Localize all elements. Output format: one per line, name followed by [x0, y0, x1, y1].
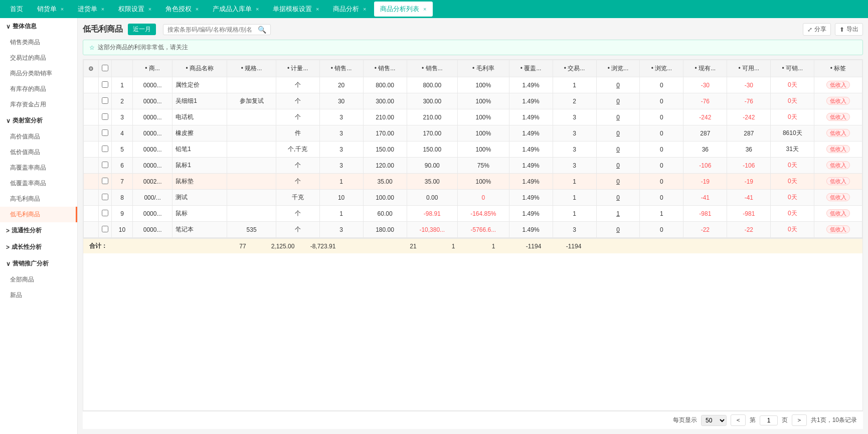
sidebar-item-low-coverage[interactable]: 低覆盖率商品	[0, 176, 77, 191]
row-spec: 535	[227, 222, 276, 238]
col-name[interactable]: • 商品名称	[172, 60, 227, 77]
col-unit[interactable]: • 计量...	[276, 60, 319, 77]
row-checkbox[interactable]	[102, 178, 108, 184]
search-box[interactable]: 🔍	[163, 24, 271, 35]
search-input[interactable]	[167, 26, 258, 33]
row-browse1[interactable]: 0	[596, 190, 640, 206]
close-template-icon[interactable]: ×	[316, 6, 319, 12]
row-gross-margin: 100%	[458, 109, 509, 125]
sidebar-item-traded[interactable]: 交易过的商品	[0, 50, 77, 66]
sidebar-item-new-products[interactable]: 新品	[0, 287, 77, 303]
checkbox-cell[interactable]	[99, 222, 112, 238]
sidebar-item-low-value[interactable]: 低价值商品	[0, 144, 77, 160]
row-browse1[interactable]: 0	[596, 125, 640, 141]
checkbox-cell[interactable]	[99, 158, 112, 174]
col-trade[interactable]: • 交易...	[553, 60, 596, 77]
sidebar-group-marketing[interactable]: ∨ 营销推广分析	[0, 255, 77, 272]
nav-product-entry[interactable]: 产成品入库单 ×	[207, 2, 265, 17]
col-available[interactable]: • 可用...	[727, 60, 771, 77]
col-current[interactable]: • 现有...	[683, 60, 727, 77]
row-checkbox[interactable]	[102, 226, 108, 232]
sidebar-item-category-rate[interactable]: 商品分类助销率	[0, 66, 77, 81]
col-sales-amount[interactable]: • 销售...	[363, 60, 407, 77]
close-roles-icon[interactable]: ×	[196, 6, 199, 12]
nav-analysis-list[interactable]: 商品分析列表 ×	[374, 2, 432, 17]
nav-permissions[interactable]: 权限设置 ×	[112, 2, 157, 17]
col-code[interactable]: • 商...	[133, 60, 172, 77]
nav-sales[interactable]: 销货单 ×	[31, 2, 70, 17]
row-checkbox[interactable]	[102, 162, 108, 168]
row-browse1[interactable]: 0	[596, 141, 640, 158]
row-checkbox[interactable]	[102, 81, 108, 88]
checkbox-cell[interactable]	[99, 77, 112, 93]
row-browse1[interactable]: 0	[596, 222, 640, 238]
row-browse1[interactable]: 0	[596, 77, 640, 93]
settings-header[interactable]: ⚙	[84, 60, 99, 77]
checkbox-cell[interactable]	[99, 125, 112, 141]
col-browse2[interactable]: • 浏览...	[640, 60, 683, 77]
export-button[interactable]: ⬆ 导出	[835, 23, 863, 36]
table-row: 5 0000... 铅笔1 个,千克 3 150.00 150.00 100% …	[84, 141, 862, 158]
sidebar-item-stock-capital[interactable]: 库存资金占用	[0, 97, 77, 112]
sidebar-group-class[interactable]: ∨ 类射室分析	[0, 112, 77, 129]
nav-home[interactable]: 首页	[4, 2, 29, 17]
sidebar-group-overall[interactable]: ∨ 整体信息	[0, 18, 77, 35]
nav-roles[interactable]: 角色授权 ×	[159, 2, 205, 17]
select-all-checkbox[interactable]	[102, 65, 108, 71]
col-browse1[interactable]: • 浏览...	[596, 60, 640, 77]
close-product-entry-icon[interactable]: ×	[256, 6, 259, 12]
close-permissions-icon[interactable]: ×	[148, 6, 151, 12]
col-tag[interactable]: • 标签	[814, 60, 862, 77]
next-page-button[interactable]: ＞	[792, 414, 807, 426]
row-checkbox[interactable]	[102, 113, 108, 120]
row-browse1[interactable]: 1	[596, 206, 640, 222]
sidebar-group-flow[interactable]: > 流通性分析	[0, 222, 77, 239]
checkbox-header[interactable]	[99, 60, 112, 77]
close-analysis-icon[interactable]: ×	[363, 6, 366, 12]
prev-page-button[interactable]: ＜	[731, 414, 746, 426]
table-container[interactable]: ⚙ • 商... • 商品名称 • 规格... • 计量... • 销售... …	[83, 59, 863, 411]
col-spec[interactable]: • 规格...	[227, 60, 276, 77]
row-browse1[interactable]: 0	[596, 174, 640, 190]
row-checkbox[interactable]	[102, 97, 108, 104]
checkbox-cell[interactable]	[99, 109, 112, 125]
nav-template[interactable]: 单据模板设置 ×	[267, 2, 325, 17]
close-sales-icon[interactable]: ×	[61, 6, 64, 12]
checkbox-cell[interactable]	[99, 174, 112, 190]
sidebar-item-low-margin[interactable]: 低毛利商品	[0, 207, 77, 222]
close-analysis-list-icon[interactable]: ×	[423, 6, 426, 12]
page-input[interactable]	[760, 415, 778, 425]
row-browse1[interactable]: 0	[596, 109, 640, 125]
sidebar-item-high-coverage[interactable]: 高覆盖率商品	[0, 160, 77, 176]
sidebar-item-high-margin[interactable]: 高毛利商品	[0, 191, 77, 207]
share-button[interactable]: ⤢ 分享	[803, 23, 831, 36]
row-checkbox[interactable]	[102, 129, 108, 136]
col-sales-count[interactable]: • 销售...	[319, 60, 363, 77]
row-checkbox[interactable]	[102, 146, 108, 152]
row-checkbox[interactable]	[102, 210, 108, 216]
sidebar-item-high-value[interactable]: 高价值商品	[0, 129, 77, 144]
col-sales-profit[interactable]: • 销售...	[407, 60, 458, 77]
row-current: -19	[683, 174, 727, 190]
sidebar-item-sales-category[interactable]: 销售类商品	[0, 35, 77, 50]
checkbox-cell[interactable]	[99, 141, 112, 158]
row-browse1[interactable]: 0	[596, 93, 640, 109]
checkbox-cell[interactable]	[99, 190, 112, 206]
row-checkbox[interactable]	[102, 194, 108, 200]
row-browse1[interactable]: 0	[596, 158, 640, 174]
nav-purchase[interactable]: 进货单 ×	[72, 2, 110, 17]
row-sellable: 0天	[771, 109, 814, 125]
sidebar-item-all-products[interactable]: 全部商品	[0, 272, 77, 287]
sidebar-item-in-stock[interactable]: 有库存的商品	[0, 81, 77, 97]
search-icon[interactable]: 🔍	[258, 26, 266, 34]
col-gross-margin[interactable]: • 毛利率	[458, 60, 509, 77]
sidebar-group-growth[interactable]: > 成长性分析	[0, 239, 77, 255]
col-coverage[interactable]: • 覆盖...	[509, 60, 553, 77]
col-sellable[interactable]: • 可销...	[771, 60, 814, 77]
nav-product-analysis[interactable]: 商品分析 ×	[327, 2, 372, 17]
checkbox-cell[interactable]	[99, 93, 112, 109]
time-filter-button[interactable]: 近一月	[128, 24, 156, 35]
checkbox-cell[interactable]	[99, 206, 112, 222]
page-size-select[interactable]: 50 100 200	[701, 415, 727, 426]
close-purchase-icon[interactable]: ×	[101, 6, 104, 12]
